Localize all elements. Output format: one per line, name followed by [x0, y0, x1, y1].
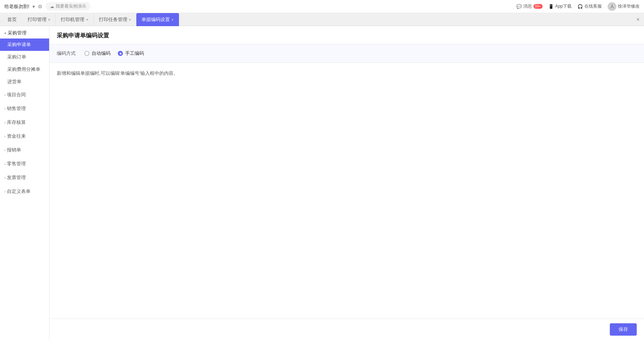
tab-printer-mgmt-close[interactable]: × [86, 17, 88, 22]
retail-mgmt-arrow: › [4, 162, 5, 166]
project-contract-label: 项目合同 [7, 92, 26, 98]
sidebar-group-retail-mgmt[interactable]: › 零售管理 [0, 157, 49, 171]
content-footer: 保存 [49, 319, 644, 340]
project-contract-arrow: › [4, 93, 5, 97]
top-bar: 给老板勿割! ▾ ⚙ ☁ 我要看实例演示 💬 消息 99+ 📱 App下载 🎧 … [0, 0, 644, 13]
tab-single-code-setting[interactable]: 单据编码设置 × [136, 13, 179, 26]
main-layout: ▾ 采购管理 采购申请单 采购订单 采购费用分摊单 进货单 › 项目合同 › 销… [0, 26, 644, 340]
sidebar: ▾ 采购管理 采购申请单 采购订单 采购费用分摊单 进货单 › 项目合同 › 销… [0, 26, 49, 340]
radio-auto-code-circle [84, 51, 89, 56]
online-service-label: 在线客服 [584, 3, 602, 9]
message-icon: 💬 [516, 4, 522, 9]
sidebar-item-inbound[interactable]: 进货单 [0, 76, 49, 88]
global-search[interactable]: ☁ 我要看实例演示 [45, 2, 91, 11]
tab-printer-mgmt-label: 打印机管理 [61, 16, 84, 23]
save-button[interactable]: 保存 [610, 323, 637, 336]
custom-forms-label: 自定义表单 [7, 188, 31, 195]
dropdown-icon[interactable]: ▾ [32, 4, 35, 9]
app-download-button[interactable]: 📱 App下载 [548, 3, 572, 9]
hint-text: 新增和编辑单据编时,可以编辑'单编编号'输入框中的内容。 [57, 70, 178, 76]
invoice-mgmt-label: 发票管理 [7, 174, 26, 181]
app-icon: 📱 [548, 4, 554, 9]
sidebar-group-custom-forms[interactable]: › 自定义表单 [0, 185, 49, 198]
page-title: 采购申请单编码设置 [57, 32, 109, 39]
message-button[interactable]: 💬 消息 99+ [516, 3, 543, 9]
sidebar-group-sales-mgmt[interactable]: › 销售管理 [0, 102, 49, 116]
sidebar-group-inventory[interactable]: › 库存核算 [0, 116, 49, 129]
content-header: 采购申请单编码设置 [49, 26, 644, 44]
tab-print-mgmt[interactable]: 打印管理 × [23, 13, 56, 26]
top-bar-right: 💬 消息 99+ 📱 App下载 🎧 在线客服 人 徐泽华修改 [516, 2, 640, 11]
message-badge: 99+ [533, 4, 543, 9]
tab-print-task-mgmt-close[interactable]: × [129, 17, 131, 22]
app-download-label: App下载 [555, 3, 572, 9]
tab-single-code-setting-close[interactable]: × [171, 17, 173, 22]
invoice-mgmt-arrow: › [4, 176, 5, 180]
sidebar-item-purchase-expense[interactable]: 采购费用分摊单 [0, 63, 49, 76]
sales-mgmt-arrow: › [4, 107, 5, 111]
tab-single-code-setting-label: 单据编码设置 [141, 16, 170, 23]
tab-bar-close-all[interactable]: × [633, 16, 643, 23]
funds-arrow: › [4, 134, 5, 138]
returns-arrow: › [4, 148, 5, 152]
purchase-mgmt-label: 采购管理 [8, 30, 27, 36]
brand-name: 给老板勿割! [4, 3, 29, 10]
sidebar-group-returns[interactable]: › 报销单 [0, 143, 49, 157]
sidebar-group-invoice-mgmt[interactable]: › 发票管理 [0, 171, 49, 185]
tab-bar: 首页 打印管理 × 打印机管理 × 打印任务管理 × 单据编码设置 × × [0, 13, 644, 26]
sidebar-group-project-contract[interactable]: › 项目合同 [0, 88, 49, 102]
sidebar-item-purchase-request[interactable]: 采购申请单 [0, 39, 49, 51]
custom-forms-arrow: › [4, 190, 5, 194]
search-placeholder-text: 我要看实例演示 [56, 3, 86, 9]
tab-print-task-mgmt[interactable]: 打印任务管理 × [94, 13, 136, 26]
top-bar-left: 给老板勿割! ▾ ⚙ ☁ 我要看实例演示 [4, 2, 91, 11]
sidebar-item-purchase-order[interactable]: 采购订单 [0, 51, 49, 63]
tab-print-task-mgmt-label: 打印任务管理 [99, 16, 127, 23]
purchase-mgmt-arrow: ▾ [4, 31, 6, 35]
auto-code-label: 自动编码 [92, 50, 111, 57]
sales-mgmt-label: 销售管理 [7, 105, 26, 112]
tab-home-label: 首页 [7, 16, 17, 23]
radio-group: 自动编码 手工编码 [84, 50, 144, 57]
online-service-button[interactable]: 🎧 在线客服 [577, 3, 602, 9]
encoding-section: 编码方式 自动编码 手工编码 [49, 44, 644, 63]
sidebar-group-purchase-mgmt: ▾ 采购管理 采购申请单 采购订单 采购费用分摊单 进货单 [0, 26, 49, 88]
inventory-label: 库存核算 [7, 119, 26, 126]
radio-manual-code-circle [118, 51, 123, 56]
radio-auto-code[interactable]: 自动编码 [84, 50, 111, 57]
service-icon: 🎧 [577, 4, 583, 9]
radio-manual-code[interactable]: 手工编码 [118, 50, 144, 57]
content-area: 采购申请单编码设置 编码方式 自动编码 手工编码 新增和编辑单据编时,可以编辑'… [49, 26, 644, 340]
settings-icon[interactable]: ⚙ [38, 4, 43, 9]
sidebar-item-purchase-expense-label: 采购费用分摊单 [7, 66, 40, 72]
tab-home[interactable]: 首页 [1, 13, 23, 26]
returns-label: 报销单 [7, 147, 21, 153]
sidebar-group-purchase-mgmt-title[interactable]: ▾ 采购管理 [0, 26, 49, 39]
user-name: 徐泽华修改 [618, 3, 640, 9]
sidebar-item-purchase-order-label: 采购订单 [7, 54, 26, 60]
retail-mgmt-label: 零售管理 [7, 161, 26, 167]
inventory-arrow: › [4, 121, 5, 125]
tab-printer-mgmt[interactable]: 打印机管理 × [56, 13, 93, 26]
sidebar-item-inbound-label: 进货单 [7, 79, 21, 84]
cloud-icon: ☁ [50, 4, 54, 9]
user-profile[interactable]: 人 徐泽华修改 [608, 2, 640, 11]
manual-code-label: 手工编码 [125, 50, 144, 57]
message-label: 消息 [523, 3, 532, 9]
tab-print-mgmt-label: 打印管理 [28, 16, 47, 23]
tab-print-mgmt-close[interactable]: × [48, 17, 50, 22]
sidebar-item-purchase-request-label: 采购申请单 [7, 42, 31, 47]
encoding-label: 编码方式 [57, 50, 76, 57]
funds-label: 资金往来 [7, 133, 26, 139]
sidebar-group-funds[interactable]: › 资金往来 [0, 129, 49, 143]
avatar: 人 [608, 2, 616, 11]
content-body: 新增和编辑单据编时,可以编辑'单编编号'输入框中的内容。 [49, 63, 644, 319]
